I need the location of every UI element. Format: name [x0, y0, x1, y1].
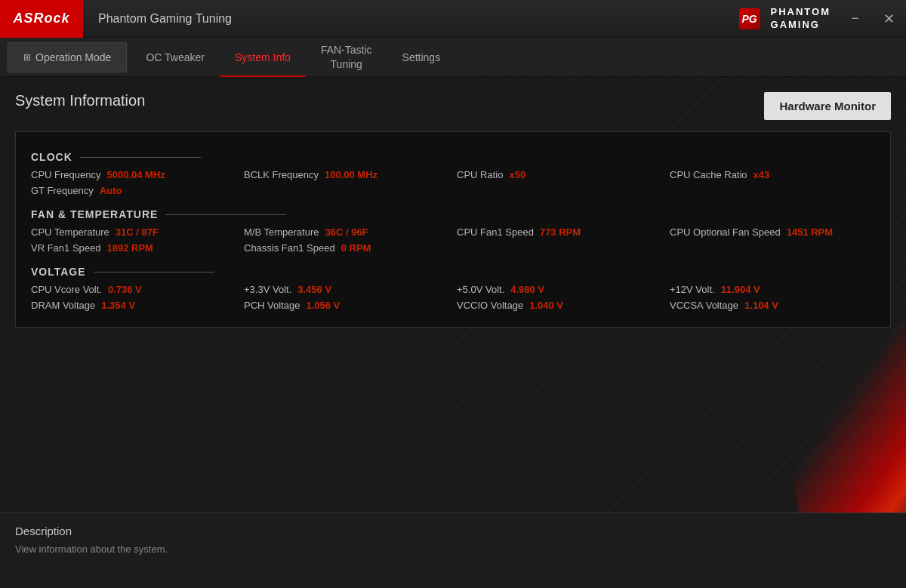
description-text: View information about the system.	[15, 543, 891, 555]
mb-temp-item: M/B Temperature 36C / 96F	[244, 226, 449, 238]
clock-divider	[80, 157, 201, 158]
cpu-temp-item: CPU Temperature 31C / 87F	[31, 226, 236, 238]
dram-voltage-item: DRAM Voltage 1.354 V	[31, 300, 236, 311]
cpu-ratio-label: CPU Ratio	[457, 169, 503, 180]
v33-item: +3.3V Volt. 3.456 V	[244, 284, 449, 295]
vccio-voltage-label: VCCIO Voltage	[457, 300, 523, 311]
phantom-icon: PG	[739, 8, 760, 29]
main-content: System Information Hardware Monitor CLOC…	[0, 77, 906, 513]
fan-temp-label: FAN & TEMPERATURE	[31, 208, 158, 220]
phantom-branding: PG PHANTOM GAMING	[739, 6, 830, 32]
cpu-cache-ratio-value: x43	[753, 169, 770, 180]
cpu-vcore-value: 0.736 V	[108, 284, 142, 295]
fan-tastic-label: FAN-TasticTuning	[321, 43, 372, 70]
description-title: Description	[15, 525, 891, 537]
gaming-label: GAMING	[771, 19, 830, 32]
operation-mode-label: Operation Mode	[35, 51, 111, 63]
section-header: System Information Hardware Monitor	[15, 92, 891, 120]
cpu-optional-fan-label: CPU Optional Fan Speed	[670, 226, 781, 238]
cpu-fan1-value: 773 RPM	[540, 226, 581, 238]
mb-temp-label: M/B Temperature	[244, 226, 319, 238]
v33-value: 3.456 V	[297, 284, 331, 295]
logo-text: ASRock	[13, 11, 69, 26]
asrock-logo: ASRock	[0, 0, 83, 38]
section-title: System Information	[15, 92, 145, 109]
window-controls: − ✕	[838, 0, 906, 38]
vccsa-voltage-label: VCCSA Voltage	[670, 300, 738, 311]
voltage-grid: CPU Vcore Volt. 0.736 V +3.3V Volt. 3.45…	[31, 284, 875, 311]
cpu-frequency-label: CPU Frequency	[31, 169, 100, 180]
chassis-fan1-value: 0 RPM	[341, 242, 371, 254]
vccio-voltage-value: 1.040 V	[529, 300, 563, 311]
cpu-frequency-value: 5000.04 MHz	[106, 169, 165, 180]
cpu-cache-ratio-item: CPU Cache Ratio x43	[670, 169, 875, 180]
fan-temp-divider	[165, 214, 286, 215]
tab-oc-tweaker[interactable]: OC Tweaker	[131, 38, 220, 77]
pch-voltage-item: PCH Voltage 1.056 V	[244, 300, 449, 311]
bclk-frequency-value: 100.00 MHz	[325, 169, 378, 180]
voltage-divider	[94, 272, 214, 272]
pch-voltage-value: 1.056 V	[306, 300, 340, 311]
v50-value: 4.980 V	[510, 284, 544, 295]
grid-icon: ⊞	[23, 52, 31, 63]
vccsa-voltage-value: 1.104 V	[744, 300, 778, 311]
titlebar: ASRock Phantom Gaming Tuning PG PHANTOM …	[0, 0, 906, 38]
v50-item: +5.0V Volt. 4.980 V	[457, 284, 662, 295]
cpu-temp-value: 31C / 87F	[116, 226, 159, 238]
description-panel: Description View information about the s…	[0, 513, 906, 588]
tab-operation-mode[interactable]: ⊞ Operation Mode	[8, 42, 127, 72]
cpu-temp-label: CPU Temperature	[31, 226, 109, 238]
oc-tweaker-label: OC Tweaker	[146, 51, 205, 63]
voltage-category: VOLTAGE	[31, 266, 875, 278]
v12-label: +12V Volt.	[670, 284, 715, 295]
cpu-ratio-value: x50	[509, 169, 525, 180]
system-info-label: System Info	[235, 51, 291, 63]
cpu-optional-fan-value: 1451 RPM	[787, 226, 833, 238]
minimize-button[interactable]: −	[838, 0, 872, 38]
tab-system-info[interactable]: System Info	[220, 38, 306, 77]
vr-fan1-item: VR Fan1 Speed 1892 RPM	[31, 242, 236, 254]
v12-item: +12V Volt. 11.904 V	[670, 284, 875, 295]
clock-category: CLOCK	[31, 151, 875, 163]
cpu-fan1-item: CPU Fan1 Speed 773 RPM	[457, 226, 662, 238]
tab-settings[interactable]: Settings	[387, 38, 456, 77]
cpu-vcore-label: CPU Vcore Volt.	[31, 284, 102, 295]
settings-label: Settings	[402, 51, 441, 63]
vccsa-voltage-item: VCCSA Voltage 1.104 V	[670, 300, 875, 311]
cpu-frequency-item: CPU Frequency 5000.04 MHz	[31, 169, 236, 180]
vr-fan1-value: 1892 RPM	[107, 242, 153, 254]
mb-temp-value: 36C / 96F	[325, 226, 368, 238]
gt-frequency-item: GT Frequency Auto	[31, 185, 236, 196]
navbar: ⊞ Operation Mode OC Tweaker System Info …	[0, 38, 906, 77]
vccio-voltage-item: VCCIO Voltage 1.040 V	[457, 300, 662, 311]
cpu-ratio-item: CPU Ratio x50	[457, 169, 662, 180]
fan-temp-grid: CPU Temperature 31C / 87F M/B Temperatur…	[31, 226, 875, 254]
chassis-fan1-label: Chassis Fan1 Speed	[244, 242, 335, 254]
voltage-label: VOLTAGE	[31, 266, 86, 278]
cpu-optional-fan-item: CPU Optional Fan Speed 1451 RPM	[670, 226, 875, 238]
clock-label: CLOCK	[31, 151, 72, 163]
bclk-frequency-label: BCLK Frequency	[244, 169, 319, 180]
v12-value: 11.904 V	[721, 284, 760, 295]
chassis-fan1-item: Chassis Fan1 Speed 0 RPM	[244, 242, 449, 254]
cpu-fan1-label: CPU Fan1 Speed	[457, 226, 534, 238]
gt-frequency-label: GT Frequency	[31, 185, 94, 196]
v50-label: +5.0V Volt.	[457, 284, 504, 295]
tab-fan-tastic[interactable]: FAN-TasticTuning	[306, 38, 387, 77]
vr-fan1-label: VR Fan1 Speed	[31, 242, 101, 254]
pch-voltage-label: PCH Voltage	[244, 300, 300, 311]
app-title: Phantom Gaming Tuning	[83, 12, 739, 26]
bclk-frequency-item: BCLK Frequency 100.00 MHz	[244, 169, 449, 180]
cpu-vcore-item: CPU Vcore Volt. 0.736 V	[31, 284, 236, 295]
dram-voltage-label: DRAM Voltage	[31, 300, 95, 311]
clock-grid: CPU Frequency 5000.04 MHz BCLK Frequency…	[31, 169, 875, 196]
info-panel: CLOCK CPU Frequency 5000.04 MHz BCLK Fre…	[15, 131, 891, 328]
v33-label: +3.3V Volt.	[244, 284, 291, 295]
gt-frequency-value: Auto	[100, 185, 122, 196]
phantom-label: PHANTOM	[771, 6, 830, 19]
fan-temp-category: FAN & TEMPERATURE	[31, 208, 875, 220]
hardware-monitor-button[interactable]: Hardware Monitor	[764, 92, 891, 120]
close-button[interactable]: ✕	[872, 0, 906, 38]
dram-voltage-value: 1.354 V	[101, 300, 135, 311]
cpu-cache-ratio-label: CPU Cache Ratio	[670, 169, 747, 180]
